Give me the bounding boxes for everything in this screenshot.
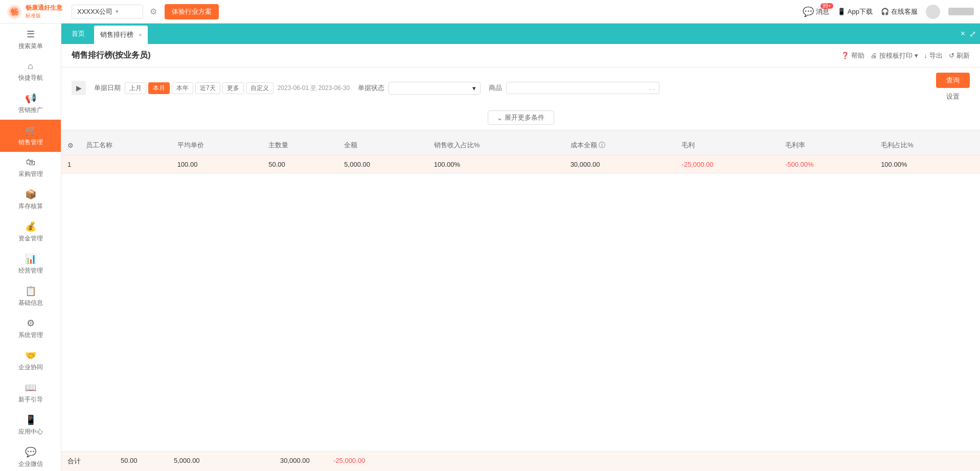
top-right-area: 💬 消息 99+ 📱 App下载 🎧 在线客服 <box>803 5 974 19</box>
sidebar-item-label-basics: 基础信息 <box>18 299 43 307</box>
logo-area: 畅 畅康通好生意 标准版 <box>6 4 67 20</box>
cell-quantity: 50.00 <box>262 155 338 174</box>
sidebar-item-wechat[interactable]: 💬 企业微信 <box>0 441 61 471</box>
col-gross-ratio: 毛利占比% <box>875 136 980 155</box>
purchase-icon: 🛍 <box>26 157 35 168</box>
col-cost-amount: 成本全额 ⓘ <box>564 136 676 155</box>
settings-link[interactable]: 设置 <box>936 90 970 103</box>
table-header-row: ⚙ 员工名称 平均单价 主数量 全额 销售收入占比% 成本全额 ⓘ 毛利 毛利率… <box>61 136 980 155</box>
col-settings: ⚙ <box>61 136 80 155</box>
sidebar: ☰ 搜索菜单 ⌂ 快捷导航 📢 营销推广 🛒 销售管理 🛍 采购管理 📦 库 <box>0 24 61 471</box>
date-filter-group: 单据日期 上月 本月 本年 近7天 更多 自定义 2023-06-01 至 20… <box>94 82 350 94</box>
date-btn-custom[interactable]: 自定义 <box>246 82 274 94</box>
tab-home[interactable]: 首页 <box>63 24 93 44</box>
username <box>948 8 974 15</box>
online-service-btn[interactable]: 🎧 在线客服 <box>881 7 918 16</box>
tab-close-icon[interactable]: × <box>139 32 142 38</box>
footer-quantity: 50.00 <box>121 457 162 466</box>
status-select[interactable]: ▾ <box>389 82 481 95</box>
logo-icon: 畅 <box>6 4 22 20</box>
cell-sales-ratio: 100.00% <box>428 155 564 174</box>
export-icon: ↓ <box>924 52 928 59</box>
sidebar-item-operations[interactable]: 📊 经营管理 <box>0 248 61 280</box>
goods-filter-group: 商品 … <box>489 82 659 94</box>
cell-employee <box>80 155 171 174</box>
print-icon: 🖨 <box>871 52 877 59</box>
status-filter-label: 单据状态 <box>358 83 384 93</box>
table-row: 1 100.00 50.00 5,000.00 100.00% 30,000.0… <box>61 155 980 174</box>
sidebar-item-quicknav[interactable]: ⌂ 快捷导航 <box>0 56 61 87</box>
sidebar-item-enterprise[interactable]: 🤝 企业协同 <box>0 345 61 377</box>
expand-chevron-icon: ⌄ <box>497 114 503 122</box>
print-button[interactable]: 🖨 按模板打印 ▾ <box>871 51 918 60</box>
main-area: ☰ 搜索菜单 ⌂ 快捷导航 📢 营销推广 🛒 销售管理 🛍 采购管理 📦 库 <box>0 24 980 471</box>
trial-button[interactable]: 体验行业方案 <box>165 4 219 19</box>
sidebar-item-purchase[interactable]: 🛍 采购管理 <box>0 152 61 184</box>
sidebar-item-guide[interactable]: 📖 新手引导 <box>0 377 61 409</box>
sales-icon: 🛒 <box>25 125 36 136</box>
date-btn-7days[interactable]: 近7天 <box>195 82 220 94</box>
filter-bar: ▶ 单据日期 上月 本月 本年 近7天 更多 自定义 <box>61 68 980 130</box>
export-button[interactable]: ↓ 导出 <box>924 51 943 60</box>
top-bar: 畅 畅康通好生意 标准版 XXXXX公司 ▾ ⚙ 体验行业方案 💬 消息 99+… <box>0 0 980 24</box>
sidebar-item-finance[interactable]: 💰 资金管理 <box>0 216 61 248</box>
refresh-icon: ↺ <box>949 52 954 59</box>
date-btn-last-month[interactable]: 上月 <box>125 82 146 94</box>
sidebar-item-basics[interactable]: 📋 基础信息 <box>0 280 61 312</box>
goods-select[interactable]: … <box>506 82 659 94</box>
sidebar-item-apps[interactable]: 📱 应用中心 <box>0 409 61 441</box>
sidebar-item-sales[interactable]: 🛒 销售管理 <box>0 120 61 152</box>
date-btn-more[interactable]: 更多 <box>222 82 244 94</box>
tab-sales-ranking[interactable]: 销售排行榜 × <box>94 26 148 44</box>
app-container: 畅 畅康通好生意 标准版 XXXXX公司 ▾ ⚙ 体验行业方案 💬 消息 99+… <box>0 0 980 471</box>
date-btn-this-month[interactable]: 本月 <box>148 82 170 94</box>
system-icon: ⚙ <box>27 318 35 329</box>
tab-close-window-button[interactable]: × <box>961 29 965 38</box>
cell-amount: 5,000.00 <box>338 155 427 174</box>
home-icon: ⌂ <box>28 61 33 72</box>
message-area[interactable]: 💬 消息 99+ <box>803 6 829 17</box>
sidebar-item-inventory[interactable]: 📦 库存核算 <box>0 184 61 216</box>
basics-icon: 📋 <box>25 285 36 297</box>
refresh-button[interactable]: ↺ 刷新 <box>949 51 970 60</box>
sidebar-item-search[interactable]: ☰ 搜索菜单 <box>0 24 61 56</box>
page-content: 销售排行榜(按业务员) ❓ 帮助 🖨 按模板打印 ▾ <box>61 44 980 471</box>
svg-text:畅: 畅 <box>11 8 18 16</box>
expand-more-button[interactable]: ⌄ 展开更多条件 <box>488 110 554 125</box>
footer-gross-profit: -25,000.00 <box>333 457 374 466</box>
footer-cost-amount: 30,000.00 <box>280 457 321 466</box>
col-employee: 员工名称 <box>80 136 171 155</box>
page-title-row: 销售排行榜(按业务员) ❓ 帮助 🖨 按模板打印 ▾ <box>72 50 970 61</box>
company-settings-button[interactable]: ⚙ <box>146 5 161 19</box>
date-btn-this-year[interactable]: 本年 <box>172 82 193 94</box>
sidebar-item-marketing[interactable]: 📢 营销推广 <box>0 87 61 120</box>
sidebar-item-label-search: 搜索菜单 <box>18 42 43 51</box>
app-download-btn[interactable]: 📱 App下载 <box>837 7 873 16</box>
date-range-display: 2023-06-01 至 2023-06-30 <box>278 84 350 93</box>
finance-icon: 💰 <box>25 221 36 232</box>
message-icon: 💬 <box>803 6 814 17</box>
company-selector[interactable]: XXXXX公司 ▾ <box>72 5 143 19</box>
sidebar-item-label-finance: 资金管理 <box>18 234 43 243</box>
print-dropdown-icon: ▾ <box>915 52 918 59</box>
tab-expand-button[interactable]: ⤢ <box>969 29 976 39</box>
goods-more-btn[interactable]: … <box>649 84 655 92</box>
sidebar-item-system[interactable]: ⚙ 系统管理 <box>0 312 61 345</box>
sidebar-item-label-purchase: 采购管理 <box>18 170 43 178</box>
tab-bar: 首页 销售排行榜 × × ⤢ <box>61 24 980 44</box>
cell-rank: 1 <box>61 155 80 174</box>
user-avatar[interactable] <box>926 5 940 19</box>
query-settings-group: 查询 设置 <box>936 73 970 103</box>
footer-spacer1 <box>227 457 268 466</box>
company-name: XXXXX公司 <box>77 7 112 16</box>
company-dropdown-icon: ▾ <box>116 8 119 15</box>
filter-collapse-button[interactable]: ▶ <box>72 81 86 95</box>
query-button[interactable]: 查询 <box>936 73 970 88</box>
marketing-icon: 📢 <box>25 93 36 104</box>
filter-row: ▶ 单据日期 上月 本月 本年 近7天 更多 自定义 <box>72 73 970 103</box>
sidebar-item-label-guide: 新手引导 <box>18 395 43 404</box>
page-title: 销售排行榜(按业务员) <box>72 50 151 61</box>
apps-icon: 📱 <box>25 414 36 425</box>
help-button[interactable]: ❓ 帮助 <box>841 51 864 60</box>
wechat-icon: 💬 <box>25 446 36 458</box>
